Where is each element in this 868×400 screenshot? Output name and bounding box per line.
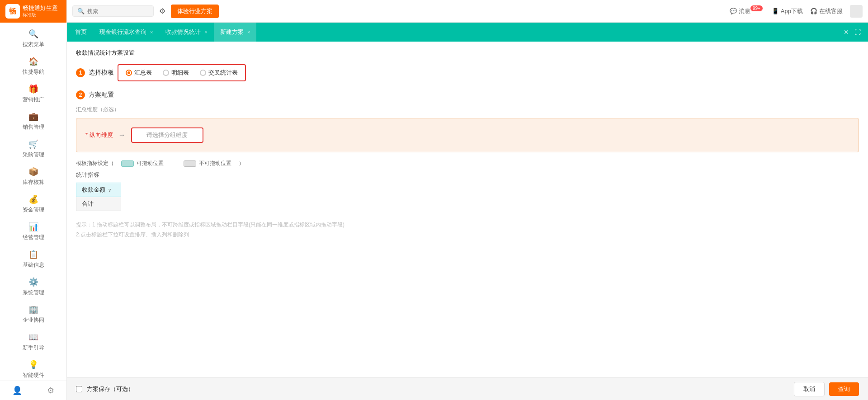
tab-collection-stats[interactable]: 收款情况统计 ×: [159, 23, 213, 42]
nav-icon: 🔍: [28, 29, 38, 39]
app-download-item[interactable]: 📱 App下载: [772, 7, 803, 15]
sidebar-item-销售管理[interactable]: 💼销售管理: [0, 107, 66, 135]
metrics-header-cell[interactable]: 收款金额 ∨: [76, 183, 121, 197]
sidebar-bottom-icon-2[interactable]: ⚙: [47, 386, 54, 395]
nav-icon: 💼: [28, 112, 38, 122]
online-service-label: 在线客服: [819, 7, 843, 15]
draggable-legend-label: 可拖动位置: [137, 160, 164, 167]
nav-label: 基础信息: [23, 261, 44, 269]
sidebar-item-资金管理[interactable]: 💰资金管理: [0, 190, 66, 217]
sidebar-item-采购管理[interactable]: 🛒采购管理: [0, 135, 66, 162]
search-input[interactable]: [87, 8, 142, 14]
page-content: 收款情况统计方案设置 1 选择模板 汇总表 明细表: [67, 42, 868, 377]
nav-label: 经营管理: [23, 234, 44, 241]
metrics-legend: 模板指标设定（ 可拖动位置 不可拖动位置 ）: [76, 160, 859, 167]
sidebar-item-库存核算[interactable]: 📦库存核算: [0, 162, 66, 190]
vertical-dimension-label: 纵向维度: [85, 131, 113, 139]
online-service-item[interactable]: 🎧 在线客服: [810, 7, 843, 15]
radio-detail-label: 明细表: [171, 69, 189, 77]
tab-new-plan-label: 新建方案: [220, 28, 244, 36]
notification-label: 消息: [739, 7, 750, 15]
sidebar-nav: 🔍搜索菜单🏠快捷导航🎁营销推广💼销售管理🛒采购管理📦库存核算💰资金管理📊经营管理…: [0, 23, 66, 381]
sidebar: 畅 畅捷通好生意 标准版 🔍搜索菜单🏠快捷导航🎁营销推广💼销售管理🛒采购管理📦库…: [0, 0, 67, 400]
notification-icon: 💬: [730, 8, 737, 14]
step2-title: 方案配置: [89, 91, 114, 99]
non-draggable-legend-label: 不可拖动位置: [199, 160, 231, 167]
header-search-box[interactable]: 🔍: [72, 5, 154, 17]
maximize-icon[interactable]: ⛶: [854, 28, 861, 36]
hint-2: 2.点击标题栏下拉可设置排序、插入列和删除列: [76, 230, 859, 240]
query-button[interactable]: 查询: [829, 382, 859, 396]
hint-section: 提示：1.拖动标题栏可以调整布局，不可跨维度或指标区域拖动栏目字段(只能在同一维…: [76, 220, 859, 240]
radio-cross[interactable]: 交叉统计表: [200, 69, 238, 77]
radio-summary[interactable]: 汇总表: [126, 69, 152, 77]
nav-icon: 🏢: [28, 305, 38, 315]
tab-home[interactable]: 首页: [69, 23, 93, 42]
nav-icon: 🎁: [28, 84, 38, 94]
tab-bank-flow-label: 现金银行流水查询: [99, 28, 146, 36]
logo-badge: 标准版: [23, 12, 58, 18]
sidebar-item-系统管理[interactable]: ⚙️系统管理: [0, 273, 66, 300]
nav-label: 搜索菜单: [23, 41, 44, 48]
sidebar-logo: 畅 畅捷通好生意 标准版: [0, 0, 66, 23]
sidebar-item-新手引导[interactable]: 📖新手引导: [0, 328, 66, 355]
step2-header: 2 方案配置: [76, 90, 859, 99]
close-window-icon[interactable]: ✕: [844, 28, 849, 36]
nav-icon: 🏠: [28, 56, 38, 66]
main-area: 🔍 ⚙ 体验行业方案 💬 消息 99+ 📱 App下载 🎧 在线客服: [67, 0, 868, 400]
sidebar-item-基础信息[interactable]: 📋基础信息: [0, 245, 66, 273]
step1-number: 1: [76, 68, 85, 77]
dimension-input-box[interactable]: 请选择分组维度: [131, 127, 203, 143]
sidebar-bottom-icon-1[interactable]: 👤: [12, 386, 22, 395]
radio-summary-label: 汇总表: [134, 69, 152, 77]
dimension-group-label: 汇总维度（必选）: [76, 106, 859, 113]
nav-label: 系统管理: [23, 289, 44, 296]
radio-detail[interactable]: 明细表: [163, 69, 189, 77]
tab-collection-stats-close[interactable]: ×: [204, 29, 207, 35]
nav-icon: 📖: [28, 332, 38, 342]
tab-new-plan-close[interactable]: ×: [247, 29, 250, 35]
avatar[interactable]: [850, 5, 863, 18]
radio-cross-circle: [200, 70, 206, 76]
sidebar-item-企业协同[interactable]: 🏢企业协同: [0, 300, 66, 328]
legend-close: ）: [239, 160, 244, 167]
sidebar-item-营销推广[interactable]: 🎁营销推广: [0, 80, 66, 107]
step2-number: 2: [76, 90, 85, 99]
service-icon: 🎧: [810, 8, 817, 14]
template-options: 汇总表 明细表 交叉统计表: [118, 64, 246, 81]
radio-detail-circle: [163, 70, 169, 76]
metrics-total-row: 合计: [76, 197, 859, 211]
sidebar-item-经营管理[interactable]: 📊经营管理: [0, 217, 66, 245]
cancel-button[interactable]: 取消: [794, 382, 825, 396]
nav-label: 采购管理: [23, 151, 44, 159]
notification-item[interactable]: 💬 消息 99+: [730, 7, 764, 15]
sidebar-item-快捷导航[interactable]: 🏠快捷导航: [0, 52, 66, 80]
nav-icon: 📦: [28, 167, 38, 177]
sidebar-item-智能硬件[interactable]: 💡智能硬件: [0, 355, 66, 381]
save-checkbox-label: 方案保存（可选）: [87, 385, 134, 393]
sidebar-bottom: 👤 ⚙: [0, 381, 66, 400]
tab-new-plan[interactable]: 新建方案 ×: [214, 23, 256, 42]
nav-label: 智能硬件: [23, 372, 44, 379]
nav-icon: 💰: [28, 194, 38, 204]
tab-window-btns: ✕ ⛶: [844, 28, 866, 36]
legend-draggable: 可拖动位置: [121, 160, 164, 167]
nav-label: 资金管理: [23, 206, 44, 214]
metrics-label: 统计指标: [76, 171, 859, 179]
non-draggable-legend-box: [184, 160, 196, 167]
tab-bank-flow-close[interactable]: ×: [150, 29, 153, 35]
nav-icon: 💡: [28, 360, 38, 370]
metrics-total-cell: 合计: [76, 197, 121, 211]
industry-btn[interactable]: 体验行业方案: [171, 5, 219, 18]
sidebar-item-搜索菜单[interactable]: 🔍搜索菜单: [0, 24, 66, 52]
nav-icon: 📊: [28, 222, 38, 232]
gear-icon[interactable]: ⚙: [159, 7, 165, 15]
tab-bar: 首页 现金银行流水查询 × 收款情况统计 × 新建方案 × ✕ ⛶: [67, 23, 868, 42]
breadcrumb: 收款情况统计方案设置: [76, 49, 859, 57]
nav-label: 营销推广: [23, 96, 44, 104]
save-checkbox[interactable]: [76, 386, 82, 392]
tab-bank-flow[interactable]: 现金银行流水查询 ×: [93, 23, 159, 42]
metric-dropdown-arrow[interactable]: ∨: [108, 188, 111, 193]
metrics-header-row: 收款金额 ∨: [76, 183, 859, 197]
nav-icon: 🛒: [28, 139, 38, 149]
